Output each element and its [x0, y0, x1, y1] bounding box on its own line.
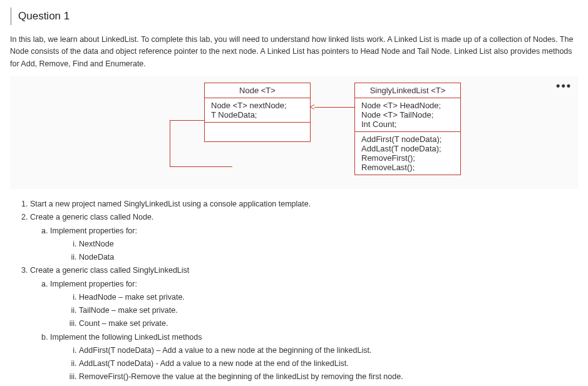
uml-list-fields: Node <T> HeadNode; Node <T> TailNode; In… [355, 98, 460, 132]
step-2a-ii: NodeData [79, 251, 578, 264]
intro-text: In this lab, we learn about LinkedList. … [10, 34, 578, 70]
step-3a-i: HeadNode – make set private. [79, 291, 578, 304]
step-3b: Implement the following LinkedList metho… [50, 331, 578, 386]
question-page: Question 1 In this lab, we learn about L… [0, 0, 588, 386]
uml-node-fields: Node <T> nextNode; T NodeData; [205, 98, 310, 123]
step-3a: Implement properties for: HeadNode – mak… [50, 278, 578, 331]
uml-node-class: Node <T> Node <T> nextNode; T NodeData; [204, 83, 311, 142]
step-2a-i: NextNode [79, 238, 578, 251]
step-2a-text: Implement properties for: [50, 226, 137, 235]
step-3a-text: Implement properties for: [50, 280, 137, 288]
uml-list-methods: AddFirst(T nodeData); AddLast(T nodeData… [355, 132, 460, 175]
step-3b-i: AddFirst(T nodeData) – Add a value to a … [79, 344, 578, 357]
step-3b-iii: RemoveFirst()-Remove the value at the be… [79, 370, 578, 383]
uml-list-title: SinglyLinkedList <T> [355, 83, 460, 98]
association-arrow [311, 107, 354, 108]
question-title: Question 1 [10, 8, 578, 25]
step-2-text: Create a generic class called Node. [30, 213, 153, 221]
step-2a: Implement properties for: NextNode NodeD… [50, 225, 578, 265]
step-3b-ii: AddLast(T nodeData) - Add a value to a n… [79, 357, 578, 370]
step-3a-ii: TailNode – make set private. [79, 304, 578, 317]
uml-node-title: Node <T> [205, 83, 310, 98]
step-2: Create a generic class called Node. Impl… [30, 211, 578, 264]
uml-singlylinkedlist-class: SinglyLinkedList <T> Node <T> HeadNode; … [354, 83, 461, 175]
uml-node-methods-empty [205, 123, 310, 141]
step-1: Start a new project named SinglyLinkedLi… [30, 198, 578, 211]
association-arrowhead [311, 105, 314, 109]
step-3b-text: Implement the following LinkedList metho… [50, 333, 202, 342]
more-options-button[interactable]: ••• [556, 80, 572, 91]
step-3-text: Create a generic class called SinglyLink… [30, 266, 189, 275]
step-3b-iv: RemoveLast() - Remove the value at the e… [79, 384, 578, 386]
instructions-list: Start a new project named SinglyLinkedLi… [10, 198, 578, 386]
step-3: Create a generic class called SinglyLink… [30, 264, 578, 386]
step-3a-iii: Count – make set private. [79, 317, 578, 330]
uml-diagram: ••• Node <T> Node <T> nextNode; T NodeDa… [10, 76, 578, 189]
